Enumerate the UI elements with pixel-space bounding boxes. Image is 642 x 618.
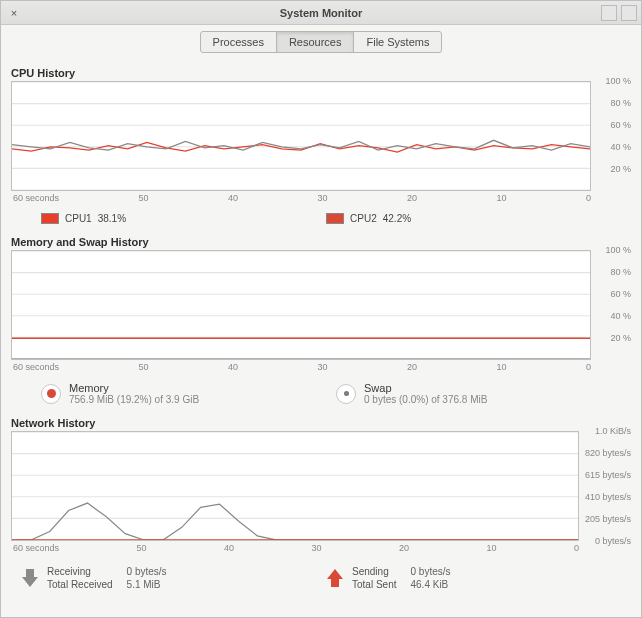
cpu-xaxis: 60 seconds50403020100 [11, 191, 631, 209]
cpu-chart-wrap: 100 %80 %60 %40 %20 % [11, 81, 631, 191]
memory-item[interactable]: Memory 756.9 MiB (19.2%) of 3.9 GiB [41, 382, 336, 405]
mem-legend: Memory 756.9 MiB (19.2%) of 3.9 GiB Swap… [11, 378, 631, 413]
net-chart-wrap: 1.0 KiB/s820 bytes/s615 bytes/s410 bytes… [11, 431, 631, 541]
mem-xaxis: 60 seconds50403020100 [11, 360, 631, 378]
tab-bar: Processes Resources File Systems [1, 25, 641, 59]
cpu-chart[interactable] [11, 81, 591, 191]
send-total-label: Total Sent [352, 578, 396, 591]
mem-yaxis: 100 %80 %60 %40 %20 % [591, 250, 631, 360]
mem-title: Memory and Swap History [11, 236, 631, 248]
minimize-icon[interactable] [621, 5, 637, 21]
cpu-legend: CPU1 38.1% CPU2 42.2% [11, 209, 631, 232]
window-title: System Monitor [1, 7, 641, 19]
cpu2-label: CPU2 [350, 213, 377, 224]
net-title: Network History [11, 417, 631, 429]
recv-total: 5.1 MiB [127, 578, 167, 591]
recv-label: Receiving [47, 565, 113, 578]
cpu2-pct: 42.2% [383, 213, 411, 224]
titlebar-right [601, 5, 641, 21]
tab-filesystems[interactable]: File Systems [354, 32, 441, 52]
cpu1-label: CPU1 [65, 213, 92, 224]
net-chart[interactable] [11, 431, 579, 541]
close-button[interactable]: × [5, 4, 23, 22]
memory-icon [41, 384, 61, 404]
cpu-legend-item-2[interactable]: CPU2 42.2% [326, 213, 411, 224]
cpu-title: CPU History [11, 67, 631, 79]
swap-icon [336, 384, 356, 404]
maximize-icon[interactable] [601, 5, 617, 21]
titlebar: × System Monitor [1, 1, 641, 25]
cpu-yaxis: 100 %80 %60 %40 %20 % [591, 81, 631, 191]
section-mem: Memory and Swap History 100 %80 %60 %40 … [11, 236, 631, 413]
cpu-legend-item-1[interactable]: CPU1 38.1% [41, 213, 126, 224]
net-recv-item[interactable]: Receiving Total Received 0 bytes/s 5.1 M… [21, 565, 326, 591]
memory-label: Memory [69, 382, 199, 394]
send-rate: 0 bytes/s [410, 565, 450, 578]
net-xaxis: 60 seconds50403020100 [11, 541, 631, 559]
swap-sub: 0 bytes (0.0%) of 376.8 MiB [364, 394, 487, 405]
tab-processes[interactable]: Processes [201, 32, 277, 52]
send-total: 46.4 KiB [410, 578, 450, 591]
net-yaxis: 1.0 KiB/s820 bytes/s615 bytes/s410 bytes… [579, 431, 631, 541]
cpu1-swatch [41, 213, 59, 224]
tab-group: Processes Resources File Systems [200, 31, 443, 53]
cpu2-swatch [326, 213, 344, 224]
cpu1-pct: 38.1% [98, 213, 126, 224]
section-net: Network History 1.0 KiB/s820 bytes/s615 … [11, 417, 631, 591]
upload-arrow-icon [326, 568, 344, 588]
content: CPU History 100 %80 %60 %40 %20 % 60 sec… [1, 59, 641, 617]
send-label: Sending [352, 565, 396, 578]
tab-resources[interactable]: Resources [277, 32, 355, 52]
recv-rate: 0 bytes/s [127, 565, 167, 578]
recv-total-label: Total Received [47, 578, 113, 591]
swap-item[interactable]: Swap 0 bytes (0.0%) of 376.8 MiB [336, 382, 631, 405]
net-send-item[interactable]: Sending Total Sent 0 bytes/s 46.4 KiB [326, 565, 631, 591]
memory-sub: 756.9 MiB (19.2%) of 3.9 GiB [69, 394, 199, 405]
section-cpu: CPU History 100 %80 %60 %40 %20 % 60 sec… [11, 67, 631, 232]
net-legend: Receiving Total Received 0 bytes/s 5.1 M… [11, 559, 631, 591]
mem-chart[interactable] [11, 250, 591, 360]
window: × System Monitor Processes Resources Fil… [0, 0, 642, 618]
swap-label: Swap [364, 382, 487, 394]
download-arrow-icon [21, 568, 39, 588]
mem-chart-wrap: 100 %80 %60 %40 %20 % [11, 250, 631, 360]
